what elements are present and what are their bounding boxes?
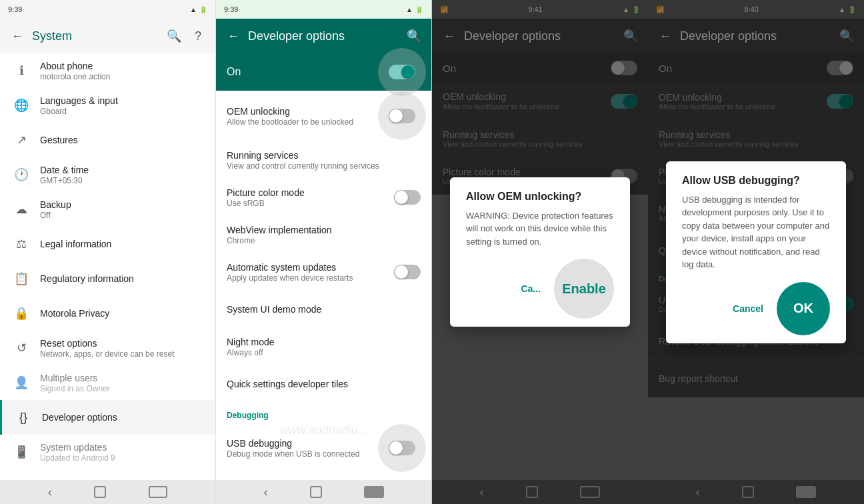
wifi-icon: ▲ — [190, 6, 197, 13]
usb-dialog: Allow USB debugging? USB debugging is in… — [666, 161, 846, 343]
usb-ok-button[interactable]: OK — [791, 297, 816, 320]
panel-oem-dialog: 📶 9:41 ▲ 🔋 ← Developer options 🔍 On OEM … — [432, 0, 648, 504]
sidebar-item-datetime[interactable]: 🕐 Date & timeGMT+05:30 — [0, 157, 215, 192]
search-icon-2[interactable]: 🔍 — [405, 27, 423, 45]
sidebar-item-users[interactable]: 👤 Multiple usersSigned in as Owner — [0, 365, 215, 400]
toolbar-title-2: Developer options — [248, 29, 399, 43]
regulatory-icon: 📋 — [11, 268, 32, 289]
night-text: Night mode Always off — [227, 337, 421, 357]
sidebar-item-legal[interactable]: ⚖ Legal information — [0, 227, 215, 261]
sidebar-item-regulatory[interactable]: 📋 Regulatory information — [0, 261, 215, 296]
search-icon-1[interactable]: 🔍 — [165, 27, 183, 45]
auto-updates-title: Automatic system updates — [227, 262, 394, 273]
sidebar-item-privacy[interactable]: 🔒 Motorola Privacy — [0, 296, 215, 331]
privacy-icon: 🔒 — [11, 303, 32, 324]
night-title: Night mode — [227, 337, 421, 347]
running-services-item[interactable]: Running services View and control curren… — [216, 141, 431, 179]
developer-icon: {} — [13, 407, 34, 428]
datetime-icon: 🕐 — [11, 164, 32, 185]
users-icon: 👤 — [11, 372, 32, 393]
debugging-header: Debugging — [216, 403, 431, 423]
on-toggle[interactable] — [389, 65, 415, 79]
developer-settings-list: OEM unlocking Allow the bootloader to be… — [216, 91, 431, 480]
quick-settings-item[interactable]: Quick settings developer tiles — [216, 365, 431, 403]
battery-icon-2: 🔋 — [415, 6, 423, 13]
night-mode-item[interactable]: Night mode Always off — [216, 328, 431, 365]
sidebar-item-about[interactable]: ℹ About phonemotorola one action — [0, 53, 215, 88]
users-label: Multiple users — [40, 373, 110, 383]
reset-label: Reset options — [40, 338, 174, 349]
toolbar-title-1: System — [32, 29, 159, 43]
regulatory-label: Regulatory information — [40, 273, 134, 284]
nav-recent-2[interactable] — [364, 486, 384, 498]
usb-dialog-overlay: Allow USB debugging? USB debugging is in… — [648, 0, 864, 504]
usb-ok-circle: OK — [777, 282, 830, 335]
nav-home-1[interactable] — [94, 486, 106, 498]
status-bar-1: 9:39 ▲ 🔋 — [0, 0, 215, 19]
night-subtitle: Always off — [227, 348, 421, 357]
legal-label: Legal information — [40, 239, 111, 249]
oem-dialog-title: Allow OEM unlocking? — [466, 191, 614, 203]
oem-dialog: Allow OEM unlocking? WARNING: Device pro… — [450, 177, 630, 327]
sidebar-item-gestures[interactable]: ↗ Gestures — [0, 123, 215, 157]
usb-debug-item[interactable]: USB debugging Debug mode when USB is con… — [216, 423, 431, 473]
backup-sublabel: Off — [40, 211, 71, 220]
webview-item[interactable]: WebView implementation Chrome — [216, 216, 431, 253]
on-row: On — [216, 53, 431, 91]
nav-back-2[interactable]: ‹ — [264, 485, 268, 499]
datetime-sublabel: GMT+05:30 — [40, 176, 89, 185]
demo-mode-item[interactable]: System UI demo mode — [216, 291, 431, 328]
status-time-1: 9:39 — [8, 5, 22, 13]
oem-dialog-body: WARNING: Device protection features will… — [466, 209, 614, 249]
back-icon-2[interactable]: ← — [224, 27, 243, 45]
panel-developer: 9:39 ▲ 🔋 ← Developer options 🔍 On OEM un… — [216, 0, 432, 504]
sidebar-item-backup[interactable]: ☁ BackupOff — [0, 192, 215, 227]
sidebar-item-language[interactable]: 🌐 Languages & inputGboard — [0, 88, 215, 123]
running-title: Running services — [227, 150, 421, 161]
oem-unlocking-item[interactable]: OEM unlocking Allow the bootloader to be… — [216, 91, 431, 141]
oem-enable-circle: Enable — [554, 259, 614, 319]
legal-icon: ⚖ — [11, 233, 32, 255]
status-icons-2: ▲ 🔋 — [406, 6, 423, 13]
usb-toggle[interactable] — [389, 441, 415, 455]
status-icons-1: ▲ 🔋 — [190, 6, 207, 13]
usb-dialog-actions: Cancel OK — [682, 282, 830, 335]
nav-recent-1[interactable] — [149, 486, 167, 498]
sidebar-item-reset[interactable]: ↺ Reset optionsNetwork, apps, or device … — [0, 331, 215, 365]
on-label: On — [227, 66, 367, 78]
oem-text: OEM unlocking Allow the bootloader to be… — [227, 106, 367, 127]
auto-updates-item[interactable]: Automatic system updates Apply updates w… — [216, 253, 431, 291]
revoke-usb-item[interactable]: Revoke USB debugging authorizations — [216, 473, 431, 480]
webview-title: WebView implementation — [227, 225, 421, 235]
picture-title: Picture color mode — [227, 187, 394, 198]
panel-system: 9:39 ▲ 🔋 ← System 🔍 ? ℹ About phonemotor… — [0, 0, 216, 504]
oem-cancel-button[interactable]: Ca... — [518, 259, 543, 319]
backup-icon: ☁ — [11, 199, 32, 220]
picture-color-item[interactable]: Picture color mode Use sRGB — [216, 179, 431, 216]
usb-subtitle: Debug mode when USB is connected — [227, 449, 367, 459]
updates-icon: 📱 — [11, 441, 32, 463]
help-icon-1[interactable]: ? — [189, 27, 207, 45]
oem-toggle-highlight — [378, 92, 426, 140]
status-time-2: 9:39 — [224, 5, 238, 13]
panel-usb-dialog: 📶 8:40 ▲ 🔋 ← Developer options 🔍 On OEM … — [648, 0, 864, 504]
oem-enable-button[interactable]: Enable — [559, 277, 609, 301]
picture-toggle[interactable] — [394, 190, 421, 205]
usb-cancel-button[interactable]: Cancel — [730, 282, 766, 335]
nav-back-1[interactable]: ‹ — [48, 485, 52, 499]
reset-icon: ↺ — [11, 337, 32, 359]
sidebar-item-developer[interactable]: {} Developer options — [0, 400, 215, 435]
sidebar-item-updates[interactable]: 📱 System updatesUpdated to Android 9 — [0, 435, 215, 469]
gestures-icon: ↗ — [11, 129, 32, 151]
back-icon-1[interactable]: ← — [8, 27, 27, 45]
auto-updates-subtitle: Apply updates when device restarts — [227, 273, 394, 283]
quick-title: Quick settings developer tiles — [227, 379, 421, 389]
language-label: Languages & input — [40, 95, 118, 106]
auto-updates-toggle[interactable] — [394, 265, 421, 279]
nav-home-2[interactable] — [310, 486, 322, 498]
language-sublabel: Gboard — [40, 107, 118, 116]
datetime-label: Date & time — [40, 165, 89, 175]
running-subtitle: View and control currently running servi… — [227, 161, 421, 171]
oem-toggle[interactable] — [389, 109, 415, 123]
webview-text: WebView implementation Chrome — [227, 225, 421, 245]
